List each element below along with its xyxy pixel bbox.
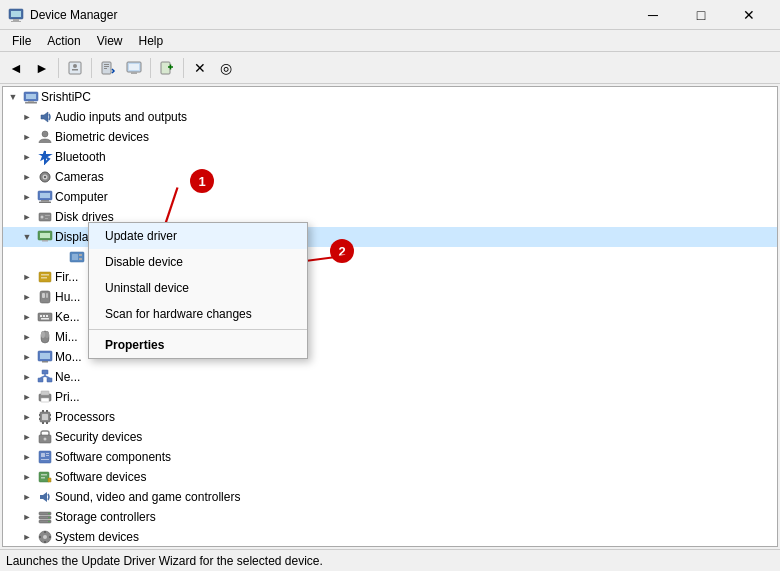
keyboard-icon [37, 309, 53, 325]
network-label: Ne... [55, 370, 80, 384]
svg-rect-33 [42, 240, 48, 242]
svg-rect-51 [45, 331, 49, 338]
bluetooth-label: Bluetooth [55, 150, 106, 164]
tree-item-computer[interactable]: ► Computer [3, 187, 777, 207]
mice-icon [37, 329, 53, 345]
audio-label: Audio inputs and outputs [55, 110, 187, 124]
hid-expand-icon[interactable]: ► [19, 289, 35, 305]
ctx-disable-device[interactable]: Disable device [89, 249, 307, 275]
audio-expand-icon[interactable]: ► [19, 109, 35, 125]
security-expand-icon[interactable]: ► [19, 429, 35, 445]
mice-expand-icon[interactable]: ► [19, 329, 35, 345]
sw-devices-expand-icon[interactable]: ► [19, 469, 35, 485]
hid-icon [37, 289, 53, 305]
tree-item-bluetooth[interactable]: ► Bluetooth [3, 147, 777, 167]
svg-rect-75 [41, 453, 45, 457]
svg-rect-32 [40, 233, 50, 238]
svg-rect-54 [42, 361, 48, 363]
system-expand-icon[interactable]: ► [19, 529, 35, 545]
monitors-icon [37, 349, 53, 365]
print-expand-icon[interactable]: ► [19, 389, 35, 405]
cameras-label: Cameras [55, 170, 104, 184]
svg-rect-2 [13, 19, 19, 21]
svg-rect-81 [41, 477, 45, 479]
toolbar-sep-3 [150, 58, 151, 78]
security-icon [37, 429, 53, 445]
system-icon [37, 529, 53, 545]
menu-view[interactable]: View [89, 32, 131, 50]
tree-item-processors[interactable]: ► Processors [3, 407, 777, 427]
svg-rect-10 [104, 68, 107, 69]
tree-item-security[interactable]: ► Security devices [3, 427, 777, 447]
toolbar-sep-4 [183, 58, 184, 78]
sound-expand-icon[interactable]: ► [19, 489, 35, 505]
svg-rect-16 [26, 94, 36, 99]
toolbar-sep-2 [91, 58, 92, 78]
svg-rect-26 [39, 202, 51, 204]
tree-item-sw-devices[interactable]: ► Software devices [3, 467, 777, 487]
minimize-button[interactable]: ─ [630, 0, 676, 30]
svg-rect-70 [46, 422, 48, 424]
tree-item-audio[interactable]: ► Audio inputs and outputs [3, 107, 777, 127]
sw-devices-icon [37, 469, 53, 485]
tree-item-sound[interactable]: ► Sound, video and game controllers [3, 487, 777, 507]
keyboard-expand-icon[interactable]: ► [19, 309, 35, 325]
toolbar-refresh[interactable]: ◎ [214, 56, 238, 80]
network-expand-icon[interactable]: ► [19, 369, 35, 385]
disk-expand-icon[interactable]: ► [19, 209, 35, 225]
tree-item-cameras[interactable]: ► Cameras [3, 167, 777, 187]
sw-devices-label: Software devices [55, 470, 146, 484]
svg-rect-59 [41, 391, 49, 395]
storage-expand-icon[interactable]: ► [19, 509, 35, 525]
display-expand-icon[interactable]: ▼ [19, 229, 35, 245]
svg-rect-62 [42, 414, 48, 420]
maximize-button[interactable]: □ [678, 0, 724, 30]
window-controls: ─ □ ✕ [630, 0, 772, 30]
ctx-separator [89, 329, 307, 330]
biometric-expand-icon[interactable]: ► [19, 129, 35, 145]
firmware-icon [37, 269, 53, 285]
tree-item-network[interactable]: ► Ne... [3, 367, 777, 387]
ctx-scan-hardware[interactable]: Scan for hardware changes [89, 301, 307, 327]
svg-rect-57 [47, 378, 52, 382]
toolbar-scan[interactable] [96, 56, 120, 80]
tree-item-biometric[interactable]: ► Biometric devices [3, 127, 777, 147]
toolbar-properties[interactable] [63, 56, 87, 80]
ctx-properties[interactable]: Properties [89, 332, 307, 358]
tree-item-print[interactable]: ► Pri... [3, 387, 777, 407]
tree-root[interactable]: ▼ SrishtiPC [3, 87, 777, 107]
root-expand-icon[interactable]: ▼ [5, 89, 21, 105]
storage-icon [37, 509, 53, 525]
svg-rect-43 [46, 293, 48, 298]
ctx-update-driver[interactable]: Update driver [89, 223, 307, 249]
tree-item-system[interactable]: ► System devices [3, 527, 777, 547]
firmware-expand-icon[interactable]: ► [19, 269, 35, 285]
ctx-uninstall-device[interactable]: Uninstall device [89, 275, 307, 301]
menu-file[interactable]: File [4, 32, 39, 50]
svg-rect-65 [50, 414, 51, 416]
menu-help[interactable]: Help [131, 32, 172, 50]
svg-rect-76 [46, 453, 49, 454]
bluetooth-expand-icon[interactable]: ► [19, 149, 35, 165]
monitors-expand-icon[interactable]: ► [19, 349, 35, 365]
svg-rect-42 [42, 293, 45, 298]
computer-expand-icon[interactable]: ► [19, 189, 35, 205]
svg-rect-78 [41, 459, 49, 460]
main-area: ▼ SrishtiPC ► Audio inputs and outpu [0, 84, 780, 549]
toolbar-remove[interactable]: ✕ [188, 56, 212, 80]
cameras-expand-icon[interactable]: ► [19, 169, 35, 185]
toolbar-add[interactable] [155, 56, 179, 80]
tree-item-storage[interactable]: ► Storage controllers [3, 507, 777, 527]
toolbar-sep-1 [58, 58, 59, 78]
toolbar-update[interactable] [122, 56, 146, 80]
svg-rect-29 [45, 215, 50, 216]
menu-action[interactable]: Action [39, 32, 88, 50]
status-bar: Launches the Update Driver Wizard for th… [0, 549, 780, 571]
toolbar-back[interactable]: ◄ [4, 56, 28, 80]
sw-components-expand-icon[interactable]: ► [19, 449, 35, 465]
tree-item-sw-components[interactable]: ► Software components [3, 447, 777, 467]
processors-expand-icon[interactable]: ► [19, 409, 35, 425]
sound-icon [37, 489, 53, 505]
toolbar-forward[interactable]: ► [30, 56, 54, 80]
close-button[interactable]: ✕ [726, 0, 772, 30]
